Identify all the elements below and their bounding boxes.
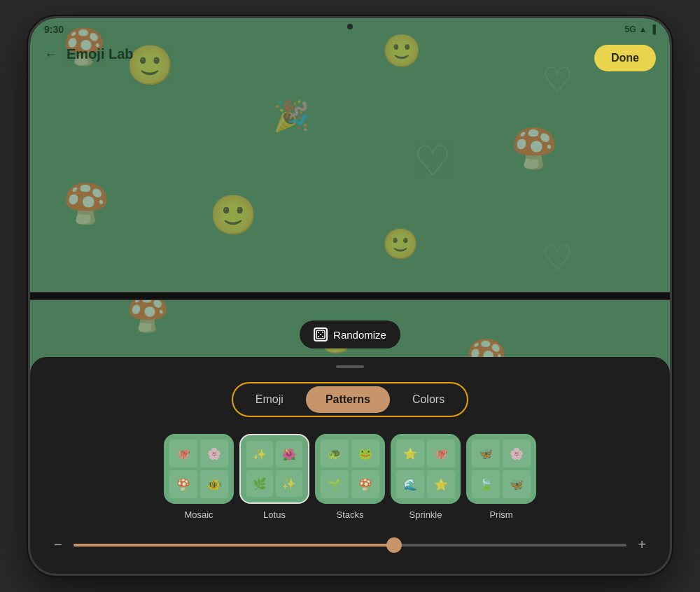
pattern-card-sprinkle[interactable]: ⭐ 🐙 🌊 ⭐ Sprinkle [391, 434, 461, 520]
pattern-card-mosaic[interactable]: 🐙 🌸 🍄 🐠 Mosaic [164, 434, 234, 520]
svg-point-3 [318, 336, 319, 337]
svg-point-4 [322, 336, 323, 337]
panel-handle [336, 365, 364, 368]
screen: 9:30 5G ▲ ▐ ← Emoji Lab Done 🙂 🙂 ♡ 🍄 🎉 ♡… [30, 18, 670, 574]
pattern-label-sprinkle: Sprinkle [410, 509, 442, 520]
tab-emoji[interactable]: Emoji [236, 386, 303, 413]
tab-patterns[interactable]: Patterns [306, 386, 390, 413]
pattern-card-lotus[interactable]: ✨ 🌺 🌿 ✨ Lotus [239, 434, 309, 520]
svg-point-2 [322, 332, 323, 333]
slider-increase-button[interactable]: + [635, 537, 649, 553]
pattern-thumbnail-lotus: ✨ 🌺 🌿 ✨ [239, 434, 309, 504]
svg-point-1 [318, 332, 319, 333]
svg-point-5 [320, 334, 321, 335]
randomize-label: Randomize [333, 329, 386, 341]
camera-notch [347, 24, 353, 29]
pattern-thumbnail-stacks: 🐢 🐸 🌱 🍄 [315, 434, 385, 504]
done-button[interactable]: Done [594, 45, 656, 71]
app-title: Emoji Lab [66, 46, 134, 62]
bottom-panel: Randomize Emoji Patterns Colors [30, 357, 670, 574]
pattern-card-prism[interactable]: 🦋 🌸 🍃 🦋 Prism [466, 434, 536, 520]
device-frame: 9:30 5G ▲ ▐ ← Emoji Lab Done 🙂 🙂 ♡ 🍄 🎉 ♡… [28, 16, 672, 576]
pattern-label-prism: Prism [489, 509, 512, 520]
tab-selector: Emoji Patterns Colors [232, 382, 468, 417]
pattern-card-stacks[interactable]: 🐢 🐸 🌱 🍄 Stacks [315, 434, 385, 520]
pattern-thumbnail-sprinkle: ⭐ 🐙 🌊 ⭐ [391, 434, 461, 504]
pattern-label-stacks: Stacks [336, 509, 363, 520]
randomize-icon [314, 327, 328, 341]
tab-colors[interactable]: Colors [393, 386, 464, 413]
back-button[interactable]: ← [44, 46, 58, 62]
pattern-thumbnail-prism: 🦋 🌸 🍃 🦋 [466, 434, 536, 504]
slider-track[interactable] [74, 544, 627, 547]
slider-fill [74, 544, 395, 547]
pattern-thumbnail-mosaic: 🐙 🌸 🍄 🐠 [164, 434, 234, 504]
slider-thumb[interactable] [386, 537, 402, 553]
pattern-grid: 🐙 🌸 🍄 🐠 Mosaic ✨ 🌺 🌿 [44, 434, 656, 520]
slider-row: − + [44, 537, 656, 553]
pattern-label-mosaic: Mosaic [184, 509, 213, 520]
slider-decrease-button[interactable]: − [51, 537, 65, 553]
randomize-button[interactable]: Randomize [300, 320, 400, 348]
pattern-label-lotus: Lotus [263, 509, 286, 520]
